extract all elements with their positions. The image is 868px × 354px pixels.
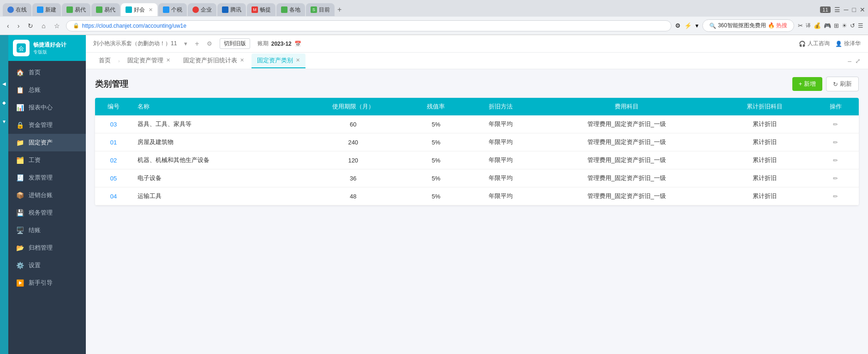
- extensions-icon[interactable]: ⚙: [675, 22, 681, 29]
- panel-maximize-icon[interactable]: ⤢: [855, 57, 861, 65]
- browser-tab-11[interactable]: S 目前: [306, 3, 335, 16]
- add-button[interactable]: + 新增: [792, 77, 822, 91]
- sidebar-item-settings[interactable]: ⚙️ 设置: [8, 257, 86, 274]
- browser-tab-7[interactable]: 企业: [188, 3, 216, 16]
- browser-tab-2[interactable]: 新建: [32, 3, 61, 16]
- forward-button[interactable]: ›: [15, 21, 22, 30]
- side-icon-3[interactable]: ▼: [2, 119, 6, 124]
- settings-icon: ⚙️: [16, 261, 24, 270]
- sidebar-item-label-settlement: 结账: [29, 226, 41, 234]
- sidebar-item-settlement[interactable]: 🖥️ 结账: [8, 222, 86, 239]
- sidebar-item-tax[interactable]: 💾 税务管理: [8, 204, 86, 222]
- tab-home[interactable]: 首页: [93, 54, 116, 68]
- sidebar-item-guide[interactable]: ▶️ 新手引导: [8, 274, 86, 292]
- close-icon[interactable]: ✕: [860, 6, 865, 13]
- settlement-icon: 🖥️: [16, 226, 24, 234]
- cell-months: 120: [299, 151, 407, 169]
- edit-icon[interactable]: ✏: [833, 175, 838, 182]
- browser-tab-5[interactable]: 好会 ✕: [121, 3, 157, 16]
- refresh-button[interactable]: ↻ 刷新: [826, 77, 859, 91]
- browser-tab-6[interactable]: 个税: [158, 3, 187, 16]
- minimize-icon[interactable]: ─: [844, 6, 849, 13]
- browser-tab-1[interactable]: 在线: [3, 3, 31, 16]
- switch-to-old-button[interactable]: 切到旧版: [220, 38, 250, 49]
- cell-method: 年限平均: [465, 187, 536, 205]
- tab-label: 易代: [75, 6, 86, 14]
- sidebar-item-purchase-sales[interactable]: 📦 进销台账: [8, 186, 86, 204]
- edit-icon[interactable]: ✏: [833, 121, 838, 128]
- wallet-icon[interactable]: 💰: [814, 22, 821, 29]
- sidebar-item-fixed-assets[interactable]: 📁 固定资产: [8, 134, 86, 151]
- table-row: 01 房屋及建筑物 240 5% 年限平均 管理费用_固定资产折旧_一级 累计折…: [95, 133, 859, 151]
- side-icon-1[interactable]: ◀: [2, 81, 6, 86]
- calendar-icon[interactable]: 📅: [294, 41, 301, 47]
- headset-icon: 🎧: [799, 41, 806, 47]
- edit-icon[interactable]: ✏: [833, 139, 838, 146]
- sidebar-item-reports[interactable]: 📊 报表中心: [8, 99, 86, 116]
- tab-depreciation-stats[interactable]: 固定资产折旧统计表 ✕: [178, 54, 250, 68]
- sidebar-item-funds[interactable]: 🔒 资金管理: [8, 116, 86, 134]
- edit-icon[interactable]: ✏: [833, 157, 838, 164]
- search-bar[interactable]: 🔍 360智能抠图免费用 🔥 热搜: [702, 19, 794, 32]
- search-icon: 🔍: [709, 23, 716, 29]
- cell-code: 05: [95, 169, 132, 187]
- game-icon[interactable]: 🎮: [824, 22, 831, 29]
- address-input[interactable]: 🔒 https://cloud.chanjet.com/accounting/u…: [66, 20, 671, 31]
- tab-close-asset-category[interactable]: ✕: [296, 57, 300, 63]
- dropdown-icon[interactable]: ▾: [695, 22, 699, 29]
- browser-tab-9[interactable]: M 畅提: [247, 3, 275, 16]
- cell-expense: 管理费用_固定资产折旧_一级: [536, 133, 717, 151]
- col-method: 折旧方法: [465, 98, 536, 115]
- sidebar-item-salary[interactable]: 🗂️ 工资: [8, 151, 86, 169]
- tab-fixed-assets-mgmt[interactable]: 固定资产管理 ✕: [122, 54, 176, 68]
- settings-gear-icon[interactable]: ⚙: [207, 40, 212, 47]
- window-controls-inner: – ⤢: [848, 57, 861, 65]
- purchase-sales-icon: 📦: [16, 191, 24, 199]
- browser-tab-3[interactable]: 易代: [62, 3, 90, 16]
- reload-button[interactable]: ↻: [25, 21, 36, 30]
- bookmark-button[interactable]: ☆: [52, 21, 62, 30]
- back-button[interactable]: ‹: [5, 21, 12, 30]
- sidebar-item-archive[interactable]: 📂 归档管理: [8, 239, 86, 257]
- maximize-icon[interactable]: □: [852, 6, 856, 13]
- panel-minimize-icon[interactable]: –: [848, 57, 851, 65]
- scissors-icon[interactable]: ✂: [798, 22, 803, 29]
- sun-icon[interactable]: ☀: [842, 22, 847, 29]
- cell-months: 36: [299, 169, 407, 187]
- tab-close-depreciation-stats[interactable]: ✕: [240, 57, 244, 63]
- consult-button[interactable]: 🎧 人工咨询: [799, 40, 830, 48]
- edit-icon[interactable]: ✏: [833, 193, 838, 200]
- admin-user[interactable]: 👤 徐泽华: [835, 40, 861, 48]
- grid-icon[interactable]: ⊞: [834, 22, 839, 29]
- tab-close-fixed-assets-mgmt[interactable]: ✕: [166, 57, 170, 63]
- col-accumulated: 累计折旧科目: [717, 98, 812, 115]
- add-account-icon[interactable]: +: [195, 40, 199, 48]
- cell-months: 240: [299, 133, 407, 151]
- new-tab-button[interactable]: +: [335, 6, 343, 14]
- sidebar-item-home[interactable]: 🏠 首页: [8, 64, 86, 81]
- home-button[interactable]: ⌂: [39, 21, 48, 30]
- browser-menu-icon[interactable]: ☰: [858, 22, 863, 29]
- sidebar-item-ledger[interactable]: 📋 总账: [8, 81, 86, 99]
- translate-icon[interactable]: 译: [806, 22, 811, 29]
- tab-label: 个税: [171, 6, 182, 14]
- browser-tab-10[interactable]: 各地: [276, 3, 305, 16]
- sidebar-item-invoices[interactable]: 🧾 发票管理: [8, 169, 86, 186]
- side-icon-2[interactable]: ◆: [2, 100, 6, 105]
- user-dropdown-icon[interactable]: ▾: [184, 40, 187, 47]
- table-row: 03 器具、工具、家具等 60 5% 年限平均 管理费用_固定资产折旧_一级 累…: [95, 115, 859, 133]
- tab-asset-category[interactable]: 固定资产类别 ✕: [251, 54, 305, 68]
- browser-menu-icon[interactable]: ☰: [834, 6, 840, 13]
- cell-name: 机器、机械和其他生产设备: [132, 151, 299, 169]
- col-code: 编号: [95, 98, 132, 115]
- fixed-assets-icon: 📁: [16, 138, 24, 147]
- lightning-icon[interactable]: ⚡: [684, 22, 692, 29]
- browser-tab-8[interactable]: 腾讯: [217, 3, 246, 16]
- invoices-icon: 🧾: [16, 174, 24, 182]
- table-header-row: 编号 名称 使用期限（月） 残值率 折旧方法 费用科目 累计折旧科目 操作: [95, 98, 859, 115]
- tab-close-icon[interactable]: ✕: [149, 7, 153, 13]
- browser-tab-4[interactable]: 易代: [91, 3, 120, 16]
- undo-icon[interactable]: ↺: [850, 22, 855, 29]
- tab-label: 新建: [45, 6, 56, 14]
- address-bar: ‹ › ↻ ⌂ ☆ 🔒 https://cloud.chanjet.com/ac…: [0, 17, 868, 35]
